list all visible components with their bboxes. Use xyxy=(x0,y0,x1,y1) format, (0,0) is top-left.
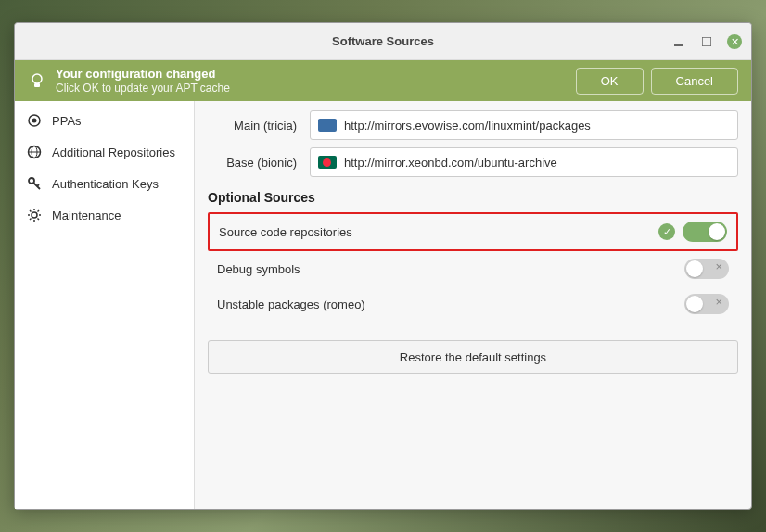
key-icon xyxy=(26,175,43,192)
svg-line-11 xyxy=(37,184,39,186)
window-title: Software Sources xyxy=(332,34,434,48)
main-mirror-url: http://mirrors.evowise.com/linuxmint/pac… xyxy=(344,119,591,133)
toggle-knob xyxy=(686,260,703,277)
sidebar-item-ppas[interactable]: PPAs xyxy=(15,105,194,136)
lightbulb-icon xyxy=(28,71,46,90)
svg-point-5 xyxy=(32,119,37,123)
svg-point-12 xyxy=(32,212,37,218)
toggle-switch[interactable] xyxy=(684,294,729,314)
svg-line-18 xyxy=(38,219,40,221)
optional-sources-heading: Optional Sources xyxy=(208,190,738,205)
base-mirror-field[interactable]: http://mirror.xeonbd.com/ubuntu-archive xyxy=(310,147,738,177)
main-panel: Main (tricia) http://mirrors.evowise.com… xyxy=(195,101,751,509)
base-mirror-url: http://mirror.xeonbd.com/ubuntu-archive xyxy=(344,156,557,170)
optional-toggle-row: Unstable packages (romeo) xyxy=(208,286,738,322)
close-icon: ✕ xyxy=(731,36,739,47)
toggle-switch[interactable] xyxy=(683,222,727,242)
base-mirror-row: Base (bionic) http://mirror.xeonbd.com/u… xyxy=(208,147,738,177)
toggle-switch[interactable] xyxy=(684,259,729,279)
svg-line-19 xyxy=(30,219,32,221)
svg-line-17 xyxy=(30,210,32,212)
banner-title: Your configuration changed xyxy=(56,67,568,82)
sidebar: PPAs Additional Repositories Authenticat… xyxy=(15,101,195,509)
toggle-knob xyxy=(709,223,725,240)
main-mirror-row: Main (tricia) http://mirrors.evowise.com… xyxy=(208,110,738,140)
minimize-icon xyxy=(673,36,684,47)
svg-point-2 xyxy=(32,74,42,83)
svg-rect-3 xyxy=(34,83,40,87)
sidebar-item-maintenance[interactable]: Maintenance xyxy=(15,199,194,231)
toggle-label: Debug symbols xyxy=(217,262,684,276)
toggle-knob xyxy=(686,296,703,312)
optional-toggle-row: Debug symbols xyxy=(208,251,738,286)
gear-icon xyxy=(26,207,43,223)
target-icon xyxy=(26,112,43,129)
main-mirror-label: Main (tricia) xyxy=(208,119,310,133)
banner-text: Your configuration changed Click OK to u… xyxy=(56,67,568,95)
window-controls: ✕ xyxy=(671,34,742,49)
software-sources-window: Software Sources ✕ Your configuration ch… xyxy=(14,22,752,510)
sidebar-item-additional-repos[interactable]: Additional Repositories xyxy=(15,136,194,168)
titlebar: Software Sources ✕ xyxy=(15,23,751,60)
config-changed-banner: Your configuration changed Click OK to u… xyxy=(15,60,751,101)
flag-icon xyxy=(318,119,337,132)
svg-rect-0 xyxy=(674,44,683,46)
svg-line-20 xyxy=(38,210,40,212)
maximize-icon xyxy=(702,37,711,46)
sidebar-item-label: PPAs xyxy=(52,114,82,128)
content-area: PPAs Additional Repositories Authenticat… xyxy=(15,101,751,509)
restore-defaults-button[interactable]: Restore the default settings xyxy=(208,340,738,374)
maximize-button[interactable] xyxy=(699,34,714,49)
sidebar-item-label: Authentication Keys xyxy=(52,177,159,191)
optional-sources-list: Source code repositories✓Debug symbolsUn… xyxy=(208,212,738,322)
base-mirror-label: Base (bionic) xyxy=(208,156,310,170)
globe-icon xyxy=(26,144,43,160)
sidebar-item-label: Additional Repositories xyxy=(52,146,175,159)
cancel-button[interactable]: Cancel xyxy=(651,68,738,95)
sidebar-item-label: Maintenance xyxy=(52,209,121,222)
optional-toggle-row: Source code repositories✓ xyxy=(208,212,738,251)
ok-button[interactable]: OK xyxy=(576,68,644,95)
toggle-label: Source code repositories xyxy=(219,225,658,239)
sidebar-item-auth-keys[interactable]: Authentication Keys xyxy=(15,168,194,199)
toggle-label: Unstable packages (romeo) xyxy=(217,298,684,311)
flag-icon xyxy=(318,156,337,169)
check-icon: ✓ xyxy=(658,223,675,240)
close-button[interactable]: ✕ xyxy=(727,34,742,49)
main-mirror-field[interactable]: http://mirrors.evowise.com/linuxmint/pac… xyxy=(310,110,738,140)
minimize-button[interactable] xyxy=(671,34,686,49)
banner-subtitle: Click OK to update your APT cache xyxy=(56,82,568,95)
svg-rect-1 xyxy=(702,37,711,46)
